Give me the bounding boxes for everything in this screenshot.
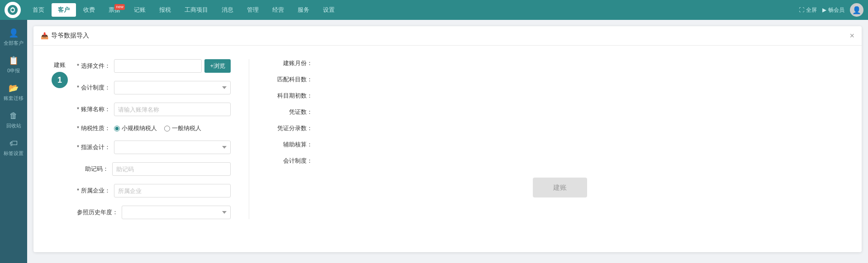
nav-fee[interactable]: 收费	[77, 3, 101, 17]
tax-nature-radio-group: 小规模纳税人 一般纳税人	[114, 124, 231, 132]
dialog-title: 📥 导爷数据导入	[41, 32, 89, 40]
history-year-label: 参照历史年度：	[77, 208, 118, 216]
tax-general-option[interactable]: 一般纳税人	[164, 124, 201, 132]
logo[interactable]	[5, 2, 21, 18]
file-row: * 选择文件： +浏览	[77, 59, 231, 73]
nav-tax[interactable]: 报税	[153, 3, 177, 17]
sidebar-item-declaration[interactable]: 📋 0申报	[2, 52, 25, 78]
sidebar-item-recycle[interactable]: 🗑 回收站	[2, 107, 25, 133]
sidebar-item-label: 全部客户	[4, 40, 24, 47]
sidebar-item-all-customer[interactable]: 👤 全部客户	[2, 24, 25, 50]
info-voucher: 凭证数：	[276, 108, 844, 116]
dialog-close-button[interactable]: ×	[849, 32, 854, 40]
assign-accountant-label: * 指派会计：	[77, 143, 110, 151]
right-panel: 建账月份： 匹配科目数： 科目期初数： 凭证数：	[267, 59, 844, 219]
main-layout: 👤 全部客户 📋 0申报 📂 账套迁移 🗑 回收站 🏷 标签设置 📥 导爷	[0, 20, 868, 263]
assign-accountant-select[interactable]	[114, 141, 231, 154]
dialog-panel: 📥 导爷数据导入 × 建账 1 * 选择文件：	[33, 26, 862, 252]
file-input[interactable]	[114, 59, 202, 73]
sidebar-item-label: 0申报	[7, 67, 20, 74]
fullscreen-btn[interactable]: ⛶ 全屏	[799, 6, 817, 14]
ledger-name-row: * 账簿名称：	[77, 103, 231, 116]
sidebar-item-label: 标签设置	[4, 150, 24, 157]
sidebar-item-tag-settings[interactable]: 🏷 标签设置	[2, 135, 25, 160]
nav-business[interactable]: 工商项目	[178, 3, 214, 17]
company-row: * 所属企业：	[77, 184, 231, 197]
all-customer-icon: 👤	[9, 28, 19, 38]
form-group-area: * 选择文件： +浏览 * 会计制度：	[77, 59, 231, 219]
section-divider	[249, 59, 249, 219]
tax-general-radio[interactable]	[164, 126, 170, 132]
nav-settings[interactable]: 设置	[317, 3, 341, 17]
build-btn-area: 建账	[276, 178, 844, 197]
nav-right: ⛶ 全屏 ▶ 畅会员 👤	[799, 3, 863, 17]
fullscreen-label: 全屏	[806, 6, 817, 14]
step-label: 建账	[54, 61, 66, 69]
step-section: 建账 1	[52, 59, 68, 219]
company-input[interactable]	[114, 184, 231, 197]
sidebar-item-account-transfer[interactable]: 📂 账套迁移	[2, 80, 25, 105]
tax-small-scale-label: 小规模纳税人	[122, 124, 157, 132]
history-year-select[interactable]	[122, 206, 231, 219]
memo-row: 助记码：	[77, 162, 231, 176]
info-accounting-system: 会计制度：	[276, 157, 844, 165]
memo-input[interactable]	[112, 162, 231, 176]
content-area: 📥 导爷数据导入 × 建账 1 * 选择文件：	[27, 20, 868, 263]
tax-small-scale-radio[interactable]	[114, 126, 120, 132]
info-build-month: 建账月份：	[276, 59, 844, 67]
member-label: 畅会员	[828, 6, 844, 14]
info-section: 建账月份： 匹配科目数： 科目期初数： 凭证数：	[276, 59, 844, 165]
sidebar-item-label: 账套迁移	[4, 95, 24, 102]
tax-nature-row: * 纳税性质： 小规模纳税人 一般纳税人	[77, 124, 231, 132]
svg-point-1	[11, 9, 14, 11]
build-account-button[interactable]: 建账	[533, 178, 587, 197]
ledger-name-label: * 账簿名称：	[77, 105, 110, 113]
nav-account[interactable]: 记账	[128, 3, 152, 17]
memo-label: 助记码：	[77, 165, 109, 173]
subject-init-label: 科目期初数：	[276, 92, 313, 100]
avatar[interactable]: 👤	[850, 3, 863, 17]
declaration-icon: 📋	[9, 56, 19, 66]
tax-small-scale-option[interactable]: 小规模纳税人	[114, 124, 157, 132]
invoice-badge: new	[114, 4, 125, 10]
top-nav: 首页 客户 收费 票据 new 记账 报税 工商项目 消息 管理 经营 服务 设…	[0, 0, 868, 20]
member-btn[interactable]: ▶ 畅会员	[822, 6, 844, 14]
accounting-system-select[interactable]	[114, 81, 231, 94]
voucher-records-label: 凭证分录数：	[276, 124, 313, 132]
ledger-name-input[interactable]	[114, 103, 231, 116]
nav-customer[interactable]: 客户	[52, 3, 76, 17]
nav-home[interactable]: 首页	[26, 3, 51, 17]
sidebar: 👤 全部客户 📋 0申报 📂 账套迁移 🗑 回收站 🏷 标签设置	[0, 20, 27, 263]
accounting-system-row: * 会计制度：	[77, 81, 231, 94]
step-badge: 1	[52, 72, 68, 88]
auxiliary-label: 辅助核算：	[276, 141, 313, 149]
info-auxiliary: 辅助核算：	[276, 141, 844, 149]
info-subject-init: 科目期初数：	[276, 92, 844, 100]
tax-general-label: 一般纳税人	[172, 124, 201, 132]
nav-items: 首页 客户 收费 票据 new 记账 报税 工商项目 消息 管理 经营 服务 设…	[26, 3, 799, 17]
nav-message[interactable]: 消息	[215, 3, 240, 17]
build-month-label: 建账月份：	[276, 59, 313, 67]
nav-invoice[interactable]: 票据 new	[102, 3, 127, 17]
match-subject-label: 匹配科目数：	[276, 75, 313, 84]
tag-settings-icon: 🏷	[9, 138, 19, 148]
browse-button[interactable]: +浏览	[204, 59, 231, 73]
nav-service[interactable]: 服务	[291, 3, 316, 17]
member-icon: ▶	[822, 7, 826, 13]
info-voucher-records: 凭证分录数：	[276, 124, 844, 132]
info-match-subject: 匹配科目数：	[276, 75, 844, 84]
file-input-group: +浏览	[114, 59, 231, 73]
dialog-body: 建账 1 * 选择文件： +浏览 * 会计制度：	[33, 46, 862, 233]
assign-accountant-row: * 指派会计：	[77, 141, 231, 154]
dialog-title-icon: 📥	[41, 32, 48, 39]
nav-operation[interactable]: 经营	[266, 3, 290, 17]
dialog-header: 📥 导爷数据导入 ×	[33, 26, 862, 46]
dialog-title-text: 导爷数据导入	[51, 32, 89, 40]
account-transfer-icon: 📂	[9, 83, 19, 93]
tax-nature-label: * 纳税性质：	[77, 124, 110, 132]
nav-manage[interactable]: 管理	[241, 3, 265, 17]
history-year-row: 参照历史年度：	[77, 206, 231, 219]
voucher-label: 凭证数：	[276, 108, 313, 116]
sidebar-item-label: 回收站	[6, 122, 21, 129]
fullscreen-icon: ⛶	[799, 7, 804, 13]
